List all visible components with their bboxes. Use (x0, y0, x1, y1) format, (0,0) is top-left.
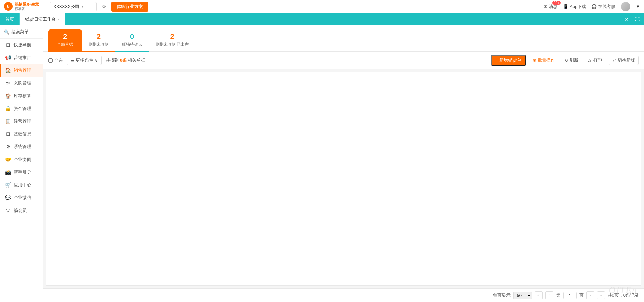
chevron-down-icon: ▼ (81, 5, 84, 8)
sidebar-item-guide[interactable]: 📸 新手引导 (0, 166, 43, 179)
app-download-button[interactable]: 📱 App下载 (563, 4, 586, 10)
per-page-select[interactable]: 50 10 20 100 (513, 292, 532, 299)
print-icon: 🖨 (588, 58, 592, 63)
stat-tab-overdue-unshipped[interactable]: 2 到期未收款 已出库 (149, 29, 196, 52)
top-bar: 6 畅捷通好生意 标准版 XXXXXX公司 ▼ ⚙ 体验行业方案 ✉ 消息 99… (0, 0, 644, 13)
filter-icon: ☰ (70, 58, 74, 63)
sidebar-item-inventory[interactable]: 🏠 库存核算 (0, 89, 43, 102)
tab-close-icon[interactable]: × (58, 17, 60, 21)
wechat-icon: 💬 (5, 195, 11, 201)
stat-tab-pending-confirm[interactable]: 0 旺铺待确认 (115, 29, 149, 52)
filter-button[interactable]: ☰ 更多条件 ∨ (67, 56, 102, 65)
logo-area: 6 畅捷通好生意 标准版 (4, 2, 47, 11)
sidebar: 🔍 搜索菜单 ⊞ 快捷导航 📢 营销推广 🏠 销售管理 🛍 采购管理 🏠 库存核… (0, 25, 43, 302)
tab-active[interactable]: 钱货日清工作台 × (20, 13, 65, 25)
next-page-button[interactable]: › (586, 291, 594, 299)
batch-operation-button[interactable]: ⊞ 批量操作 (530, 56, 558, 65)
basic-info-icon: ⊟ (5, 131, 11, 137)
sidebar-item-purchase[interactable]: 🛍 采购管理 (0, 77, 43, 89)
refresh-button[interactable]: ↻ 刷新 (562, 56, 581, 65)
tab-bar-actions: ✕ ⛶ (623, 15, 644, 23)
prev-page-button[interactable]: ‹ (545, 291, 553, 299)
sidebar-item-wechat[interactable]: 💬 企业微信 (0, 191, 43, 204)
switch-icon: ⇄ (612, 58, 616, 63)
table-area (46, 72, 641, 286)
online-service-button[interactable]: 🎧 在线客服 (591, 4, 615, 10)
switch-version-button[interactable]: ⇄ 切换新版 (609, 56, 639, 65)
last-page-button[interactable]: » (597, 291, 605, 299)
content-area: 2 全部单据 2 到期未收款 0 旺铺待确认 2 到期未收款 已出库 全选 (43, 25, 644, 302)
found-text: 共找到 0条 相关单据 (106, 57, 145, 63)
sidebar-item-marketing[interactable]: 📢 营销推广 (0, 51, 43, 64)
sidebar-item-app-center[interactable]: 🛒 应用中心 (0, 179, 43, 191)
print-button[interactable]: 🖨 打印 (585, 56, 605, 65)
finance-icon: 🔒 (5, 106, 11, 112)
sidebar-item-sales[interactable]: 🏠 销售管理 (0, 64, 43, 77)
stat-tab-overdue-unpaid[interactable]: 2 到期未收款 (82, 29, 115, 52)
avatar[interactable] (621, 2, 630, 11)
sidebar-item-operations[interactable]: 📋 经营管理 (0, 115, 43, 128)
user-name[interactable]: ▼ (636, 4, 640, 9)
purchase-icon: 🛍 (5, 80, 11, 86)
select-all-area: 全选 (48, 57, 63, 63)
cooperation-icon: 🤝 (5, 157, 11, 163)
guide-icon: 📸 (5, 169, 11, 175)
stat-tab-all[interactable]: 2 全部单据 (48, 29, 82, 52)
first-page-button[interactable]: « (535, 291, 543, 299)
logo-icon: 6 (4, 2, 13, 11)
app-center-icon: 🛒 (5, 182, 11, 188)
pagination-bar: 每页显示 50 10 20 100 « ‹ 第 页 › » 共0页，0条记录 (43, 288, 644, 302)
tab-bar: 首页 钱货日清工作台 × ✕ ⛶ (0, 13, 644, 25)
sales-icon: 🏠 (5, 67, 11, 73)
message-icon: ✉ (544, 4, 547, 9)
trial-button[interactable]: 体验行业方案 (111, 2, 148, 12)
tab-restore-button[interactable]: ✕ (623, 15, 631, 23)
mobile-icon: 📱 (563, 4, 568, 9)
member-icon: ▽ (5, 207, 11, 214)
top-right-actions: ✉ 消息 99+ 📱 App下载 🎧 在线客服 ▼ (544, 2, 640, 11)
marketing-icon: 📢 (5, 55, 11, 61)
toolbar: 全选 ☰ 更多条件 ∨ 共找到 0条 相关单据 + 新增销货单 ⊞ 批量操作 ↻ (43, 52, 644, 69)
headset-icon: 🎧 (591, 4, 597, 9)
main-layout: 🔍 搜索菜单 ⊞ 快捷导航 📢 营销推广 🏠 销售管理 🛍 采购管理 🏠 库存核… (0, 25, 644, 302)
stats-tabs: 2 全部单据 2 到期未收款 0 旺铺待确认 2 到期未收款 已出库 (43, 25, 644, 52)
select-all-checkbox[interactable] (48, 58, 53, 63)
inventory-icon: 🏠 (5, 93, 11, 99)
message-badge: 99+ (552, 1, 561, 5)
settings-icon[interactable]: ⚙ (99, 2, 109, 11)
message-button[interactable]: ✉ 消息 99+ (544, 4, 557, 10)
sidebar-search[interactable]: 🔍 搜索菜单 (0, 25, 43, 39)
sidebar-item-finance[interactable]: 🔒 资金管理 (0, 102, 43, 115)
sidebar-item-quick-nav[interactable]: ⊞ 快捷导航 (0, 39, 43, 51)
operations-icon: 📋 (5, 118, 11, 124)
new-sale-order-button[interactable]: + 新增销货单 (491, 55, 526, 66)
page-input[interactable] (563, 292, 577, 299)
tab-maximize-button[interactable]: ⛶ (633, 15, 641, 23)
filter-chevron-icon: ∨ (95, 58, 98, 63)
tab-home[interactable]: 首页 (0, 13, 20, 25)
sidebar-item-cooperation[interactable]: 🤝 企业协同 (0, 153, 43, 166)
sidebar-item-basic-info[interactable]: ⊟ 基础信息 (0, 128, 43, 140)
toolbar-right: + 新增销货单 ⊞ 批量操作 ↻ 刷新 🖨 打印 ⇄ 切换新版 (491, 55, 639, 66)
grid-icon: ⊞ (5, 42, 11, 48)
refresh-icon: ↻ (565, 58, 568, 63)
sidebar-item-member[interactable]: ▽ 畅会员 (0, 204, 43, 217)
batch-icon: ⊞ (533, 58, 536, 63)
system-icon: ⚙ (5, 144, 11, 150)
sidebar-item-system[interactable]: ⚙ 系统管理 (0, 140, 43, 153)
logo-text: 畅捷通好生意 标准版 (15, 2, 39, 11)
company-selector[interactable]: XXXXXX公司 ▼ (50, 2, 97, 11)
search-icon: 🔍 (4, 29, 9, 35)
